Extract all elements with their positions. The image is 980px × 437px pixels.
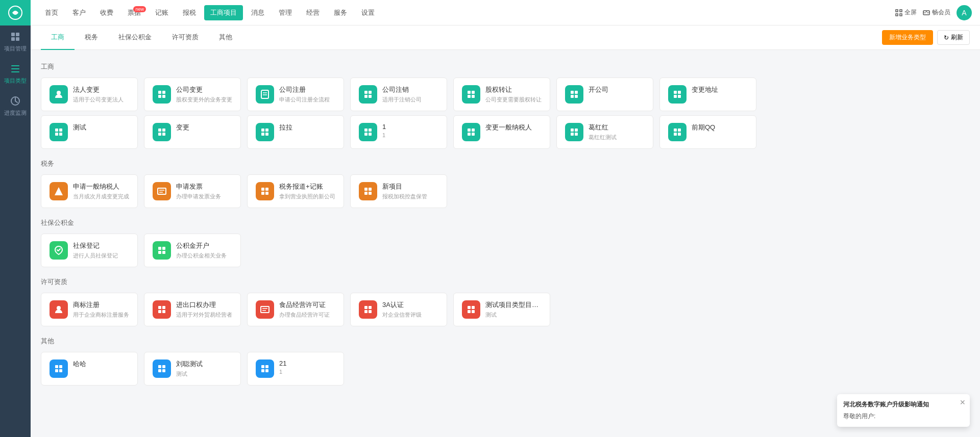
svg-rect-60 <box>571 133 574 136</box>
avatar[interactable]: A <box>957 5 972 20</box>
card-拉拉[interactable]: 拉拉 <box>247 115 344 149</box>
nav-tax[interactable]: 报税 <box>177 5 202 20</box>
nav-settings[interactable]: 设置 <box>355 5 381 20</box>
card-法人变更[interactable]: 法人变更 适用于公司变更法人 <box>41 78 138 111</box>
card-21[interactable]: 21 1 <box>247 352 344 385</box>
card-变更一般纳税人[interactable]: 变更一般纳税人 <box>453 115 550 149</box>
svg-rect-90 <box>364 306 368 309</box>
card-测试项目类型[interactable]: 测试项目类型目定义 测试 <box>453 293 550 326</box>
refresh-button[interactable]: ↻ 刷新 <box>937 30 970 45</box>
card-社保登记[interactable]: 社保登记 进行人员社保登记 <box>41 234 138 267</box>
progress-icon <box>9 95 21 107</box>
card-title: 公司注册 <box>279 85 335 94</box>
card-公积金开户[interactable]: 公积金开户 办理公积金相关业务 <box>144 234 241 267</box>
notification-close-btn[interactable]: ✕ <box>960 398 966 406</box>
card-测试[interactable]: 测试 <box>41 115 138 149</box>
svg-rect-7 <box>11 71 19 72</box>
sidebar: 项目管理 项目类型 进度监测 <box>0 0 31 437</box>
card-icon <box>256 300 274 319</box>
card-title: 测试 <box>73 123 129 132</box>
card-税务报道[interactable]: 税务报道+记账 拿到营业执照的新公司 <box>247 174 344 208</box>
nav-service[interactable]: 服务 <box>328 5 353 20</box>
card-title: 进出口权办理 <box>176 300 232 310</box>
card-前期QQ[interactable]: 前期QQ <box>659 115 756 149</box>
card-desc: 申请公司注册全流程 <box>279 96 335 104</box>
card-title: 变更地址 <box>692 85 748 94</box>
card-3A认证[interactable]: 3A认证 对企业信誉评级 <box>350 293 447 326</box>
card-title: 食品经营许可证 <box>279 300 335 310</box>
svg-rect-79 <box>162 247 165 250</box>
svg-rect-27 <box>472 91 475 94</box>
project-type-icon <box>9 63 21 75</box>
svg-rect-101 <box>59 369 62 372</box>
nav-home[interactable]: 首页 <box>39 5 64 20</box>
svg-rect-46 <box>261 128 264 132</box>
nav-manage[interactable]: 管理 <box>273 5 298 20</box>
svg-rect-45 <box>162 133 165 136</box>
card-icon <box>50 241 68 260</box>
card-公司注册[interactable]: 公司注册 申请公司注册全流程 <box>247 78 344 111</box>
card-公司变更[interactable]: 公司变更 股权变更外的业务变更 <box>144 78 241 111</box>
svg-rect-59 <box>575 128 578 132</box>
tab-social[interactable]: 社保公积金 <box>108 25 162 50</box>
card-公司注销[interactable]: 公司注销 适用于注销公司 <box>350 78 447 111</box>
tab-bar: 工商 税务 社保公积金 许可资质 其他 新增业务类型 ↻ 刷新 <box>31 25 980 50</box>
sidebar-item-label: 项目管理 <box>4 45 27 53</box>
card-刘聪测试[interactable]: 刘聪测试 测试 <box>144 352 241 385</box>
vip-btn[interactable]: 畅会员 <box>923 8 950 17</box>
card-icon <box>50 300 68 319</box>
svg-rect-47 <box>265 128 268 132</box>
svg-marker-66 <box>55 187 63 195</box>
card-desc: 进行人员社保登记 <box>73 252 129 260</box>
svg-rect-72 <box>261 192 264 195</box>
svg-rect-77 <box>369 192 372 195</box>
tab-tax[interactable]: 税务 <box>75 25 108 50</box>
card-进出口权[interactable]: 进出口权办理 适用于对外贸易经营者 <box>144 293 241 326</box>
sidebar-item-project-mgmt[interactable]: 项目管理 <box>0 25 31 58</box>
svg-rect-61 <box>575 133 578 136</box>
refresh-icon: ↻ <box>944 34 949 41</box>
card-变更[interactable]: 变更 <box>144 115 241 149</box>
nav-client[interactable]: 客户 <box>66 5 92 20</box>
svg-rect-42 <box>158 128 161 132</box>
add-type-button[interactable]: 新增业务类型 <box>882 30 933 45</box>
scrollable-content: 工商 法人变更 适用于公司变更法人 <box>31 50 980 437</box>
svg-rect-105 <box>162 369 165 372</box>
card-申请一般纳税人[interactable]: 申请一般纳税人 当月或次月成变更完成 <box>41 174 138 208</box>
card-desc: 1 <box>382 132 438 138</box>
sidebar-item-project-type[interactable]: 项目类型 <box>0 58 31 90</box>
card-1[interactable]: 1 1 <box>350 115 447 149</box>
card-食品经营许可证[interactable]: 食品经营许可证 办理食品经营许可证 <box>247 293 344 326</box>
nav-bizproject[interactable]: 工商项目 <box>204 5 243 20</box>
card-desc: 葛红红测试 <box>589 134 645 141</box>
svg-rect-80 <box>158 251 161 254</box>
nav-billing[interactable]: 收费 <box>94 5 119 20</box>
card-icon <box>462 85 480 104</box>
card-变更地址[interactable]: 变更地址 <box>659 78 756 111</box>
nav-accounting[interactable]: 记账 <box>149 5 175 20</box>
tab-other[interactable]: 其他 <box>209 25 242 50</box>
nav-message[interactable]: 消息 <box>245 5 271 20</box>
tab-biz[interactable]: 工商 <box>41 25 75 50</box>
card-申请发票[interactable]: 申请发票 办理申请发票业务 <box>144 174 241 208</box>
svg-rect-22 <box>364 91 368 94</box>
sidebar-item-progress[interactable]: 进度监测 <box>0 90 31 122</box>
nav-operation[interactable]: 经营 <box>300 5 326 20</box>
card-哈哈[interactable]: 哈哈 <box>41 352 138 385</box>
svg-rect-26 <box>468 91 471 94</box>
svg-rect-84 <box>162 306 165 309</box>
fullscreen-btn[interactable]: 全屏 <box>895 8 917 17</box>
svg-rect-9 <box>896 10 898 12</box>
card-商标注册[interactable]: 商标注册 用于企业商标注册服务 <box>41 293 138 326</box>
svg-rect-35 <box>678 91 681 94</box>
card-title: 21 <box>279 359 335 367</box>
card-股权转让[interactable]: 股权转让 公司变更需要股权转让 <box>453 78 550 111</box>
svg-rect-12 <box>900 14 902 16</box>
tab-license[interactable]: 许可资质 <box>162 25 209 50</box>
nav-invoice[interactable]: 票据 new <box>121 5 147 20</box>
svg-rect-28 <box>468 95 471 98</box>
card-新项目[interactable]: 新项目 报税加税控盘保管 <box>350 174 447 208</box>
card-葛红红[interactable]: 葛红红 葛红红测试 <box>556 115 653 149</box>
card-开公司[interactable]: 开公司 <box>556 78 653 111</box>
svg-rect-56 <box>468 133 471 136</box>
